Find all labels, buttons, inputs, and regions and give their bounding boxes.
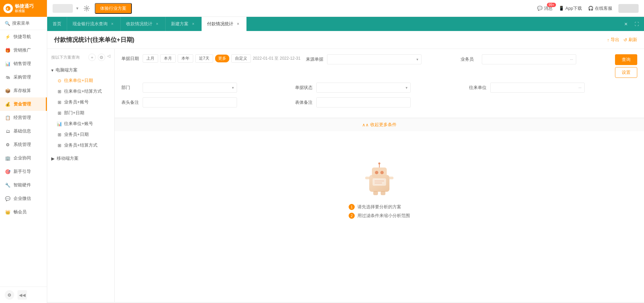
- collapse-more-btn[interactable]: ∧∧ 收起更多条件: [115, 118, 644, 131]
- marketing-icon: 🎁: [5, 47, 11, 53]
- member-icon: 👑: [5, 209, 11, 215]
- sidebar: 6 畅捷通巧 标准版 🔍 搜索菜单 ⚡ 快捷导航 🎁 营销推广 📊 销售管理 🛍…: [0, 0, 47, 303]
- scheme-item-staff-settle[interactable]: ⊞ 业务员+结算方式: [47, 140, 114, 151]
- sidebar-item-guide[interactable]: 🎯 新手引导: [0, 165, 47, 178]
- sidebar-item-label: 资金管理: [13, 101, 31, 107]
- close-all-tabs-btn[interactable]: ✕: [622, 20, 630, 28]
- left-panel: 按以下方案查询 + ⚙ ◁ ▾ 电脑端方案 ⊙ 往来单位+日期: [47, 49, 115, 302]
- page: 付款情况统计(往来单位+日期) ↑ 导出 ↺ 刷新 按以下方案查询 +: [47, 31, 644, 303]
- sidebar-collapse-btn[interactable]: ◀◀: [18, 290, 27, 300]
- topbar-settings-btn[interactable]: [82, 4, 91, 13]
- tabs-end-actions: ✕ ⛶: [618, 17, 644, 31]
- main-content: ▾ 体验行业方案 💬 消息 99+ 📱 App下载 🎧 在线客服: [47, 0, 644, 303]
- phone-icon: 📱: [559, 6, 564, 11]
- empty-tip-1: 1 请先选择要分析的方案: [349, 204, 410, 210]
- unit-select[interactable]: ···: [490, 83, 585, 93]
- search-menu[interactable]: 🔍 搜索菜单: [0, 17, 47, 30]
- scheme-settings-btn[interactable]: ⚙: [98, 54, 105, 61]
- scheme-item-unit-settle[interactable]: ⊞ 往来单位+结算方式: [47, 86, 114, 97]
- empty-tip-2-label: 用过滤条件来缩小分析范围: [357, 213, 410, 219]
- scheme-icon: ⊞: [57, 99, 62, 105]
- settings-footer-btn[interactable]: ⚙: [5, 290, 14, 300]
- svg-rect-13: [373, 178, 386, 186]
- scheme-item-unit-account[interactable]: 📊 往来单位+账号: [47, 118, 114, 129]
- tab-bank-flow-close[interactable]: ×: [110, 21, 115, 27]
- tab-payment-stats-close[interactable]: ×: [235, 21, 241, 27]
- tab-new-scheme-close[interactable]: ×: [191, 21, 196, 27]
- date-range-display: 2022-01-01 至 2022-12-31: [253, 56, 300, 61]
- sidebar-item-hardware[interactable]: 🔧 智能硬件: [0, 178, 47, 192]
- scheme-group-pc: ▾ 电脑端方案 ⊙ 往来单位+日期 ⊞ 往来单位+结算方式 ⊞ 业务员+账号: [47, 64, 114, 152]
- tab-payment-stats[interactable]: 付款情况统计 ×: [202, 17, 246, 31]
- sidebar-nav: ⚡ 快捷导航 🎁 营销推广 📊 销售管理 🛍 采购管理 📦 库存核算 💰 资金管…: [0, 30, 47, 286]
- date-btn-custom[interactable]: 自定义: [231, 54, 251, 63]
- query-btn[interactable]: 查询: [615, 54, 637, 65]
- sidebar-item-marketing[interactable]: 🎁 营销推广: [0, 43, 47, 57]
- user-avatar[interactable]: [618, 4, 639, 13]
- online-service-btn[interactable]: 🎧 在线客服: [588, 5, 612, 11]
- header-note-input[interactable]: [143, 97, 237, 108]
- sidebar-item-label: 企业协同: [13, 155, 31, 161]
- sidebar-item-label: 营销推广: [13, 47, 31, 53]
- doc-status-select[interactable]: ▾: [316, 83, 411, 93]
- sidebar-item-quick-nav[interactable]: ⚡ 快捷导航: [0, 30, 47, 43]
- dept-select[interactable]: ▾: [143, 83, 237, 93]
- trial-btn[interactable]: 体验行业方案: [95, 3, 132, 14]
- sidebar-item-purchase[interactable]: 🛍 采购管理: [0, 70, 47, 84]
- collapse-bar-label: 收起更多条件: [370, 122, 397, 128]
- sidebar-item-wechat[interactable]: 💬 企业微信: [0, 192, 47, 205]
- filter-action-btns: 查询 设置: [615, 54, 637, 78]
- quick-nav-icon: ⚡: [5, 34, 11, 40]
- tab-receipt-stats-close[interactable]: ×: [154, 21, 160, 27]
- filter-settings-btn[interactable]: 设置: [615, 67, 637, 78]
- source-doc-select[interactable]: ▾: [327, 54, 421, 64]
- sidebar-item-basic[interactable]: 🗂 基础信息: [0, 124, 47, 138]
- add-scheme-btn[interactable]: +: [88, 54, 96, 61]
- tab-home[interactable]: 首页: [47, 17, 67, 31]
- enterprise-icon: 🏢: [5, 155, 11, 161]
- tab-new-scheme[interactable]: 新建方案 ×: [166, 17, 202, 31]
- topbar: ▾ 体验行业方案 💬 消息 99+ 📱 App下载 🎧 在线客服: [47, 0, 644, 17]
- scheme-group-mobile-header[interactable]: ▶ 移动端方案: [47, 153, 114, 163]
- export-label: 导出: [611, 37, 619, 43]
- tab-home-label: 首页: [53, 21, 61, 27]
- tab-bar: 首页 现金银行流水查询 × 收款情况统计 × 新建方案 × 付款情况统计 × ✕…: [47, 17, 644, 31]
- tip-num-2: 2: [349, 213, 355, 219]
- scheme-item-unit-date[interactable]: ⊙ 往来单位+日期: [47, 75, 114, 86]
- tab-receipt-stats[interactable]: 收款情况统计 ×: [121, 17, 166, 31]
- scheme-icon: ⊞: [57, 110, 62, 116]
- hardware-icon: 🔧: [5, 182, 11, 188]
- sidebar-footer: ⚙ ◀◀: [0, 286, 47, 303]
- refresh-btn[interactable]: ↺ 刷新: [623, 37, 637, 43]
- search-menu-label: 搜索菜单: [12, 20, 30, 26]
- tab-bank-flow[interactable]: 现金银行流水查询 ×: [67, 17, 121, 31]
- scheme-item-dept-date[interactable]: ⊞ 部门+日期: [47, 108, 114, 118]
- export-btn[interactable]: ↑ 导出: [607, 37, 620, 43]
- sidebar-item-system[interactable]: ⚙ 系统管理: [0, 138, 47, 151]
- date-btn-this-year[interactable]: 本年: [178, 54, 193, 63]
- scheme-item-staff-date[interactable]: ⊞ 业务员+日期: [47, 129, 114, 140]
- scheme-item-staff-account[interactable]: ⊞ 业务员+账号: [47, 97, 114, 108]
- sidebar-item-inventory[interactable]: 📦 库存核算: [0, 84, 47, 97]
- panel-collapse-btn[interactable]: ◁: [107, 54, 110, 61]
- date-btn-this-month[interactable]: 本月: [160, 54, 176, 63]
- sidebar-item-funds[interactable]: 💰 资金管理: [0, 97, 47, 111]
- date-btn-more[interactable]: 更多: [215, 55, 229, 62]
- app-download-btn[interactable]: 📱 App下载: [559, 5, 582, 11]
- salesperson-select[interactable]: ···: [482, 54, 576, 64]
- svg-point-2: [86, 7, 88, 9]
- maximize-btn[interactable]: ⛶: [633, 20, 641, 28]
- scheme-group-pc-header[interactable]: ▾ 电脑端方案: [47, 65, 114, 75]
- sidebar-item-sales[interactable]: 📊 销售管理: [0, 57, 47, 70]
- body-note-input[interactable]: [316, 97, 411, 108]
- panel-toolbar-title: 按以下方案查询: [51, 55, 80, 60]
- sidebar-item-label: 快捷导航: [13, 34, 31, 40]
- messages-btn[interactable]: 💬 消息 99+: [537, 5, 553, 11]
- sidebar-item-member[interactable]: 👑 畅会员: [0, 205, 47, 219]
- company-dropdown[interactable]: ▾: [76, 6, 79, 11]
- sidebar-item-operation[interactable]: 📋 经营管理: [0, 111, 47, 124]
- date-btn-last7[interactable]: 近7天: [195, 54, 213, 63]
- sidebar-item-label: 库存核算: [13, 88, 31, 94]
- date-btn-last-month[interactable]: 上月: [143, 54, 158, 63]
- sidebar-item-enterprise[interactable]: 🏢 企业协同: [0, 151, 47, 165]
